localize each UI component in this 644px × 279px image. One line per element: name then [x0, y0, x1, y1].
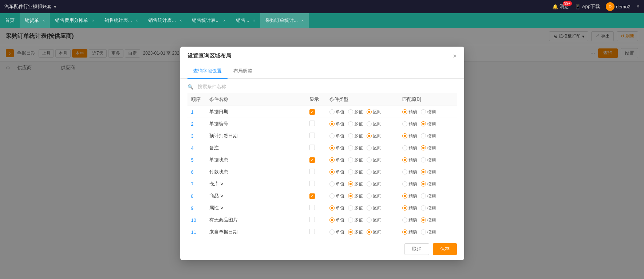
- tab-purchase[interactable]: 采购订单统计... ×: [260, 13, 309, 28]
- type-range-radio[interactable]: 区间: [367, 193, 382, 199]
- tab-home[interactable]: 首页: [0, 13, 20, 28]
- tab-3[interactable]: 销售统计表... ×: [99, 13, 143, 28]
- tab-sales-fee-close[interactable]: ×: [92, 18, 94, 23]
- match-fuzzy-radio[interactable]: 模糊: [421, 169, 436, 175]
- match-fuzzy-radio[interactable]: 模糊: [421, 109, 436, 115]
- type-multi-radio[interactable]: 多值: [348, 157, 363, 163]
- display-checkbox[interactable]: [309, 157, 315, 163]
- match-fuzzy-radio[interactable]: 模糊: [421, 181, 436, 187]
- type-multi-radio[interactable]: 多值: [348, 109, 363, 115]
- page-content: 采购订单统计表(按供应商) 🖨 按模板打印 ▾ ↗ 导出 ↺ 刷新 › 单据日期…: [0, 28, 644, 279]
- tabbar: 首页 销货单 × 销售费用分摊单 × 销售统计表... × 销售统计表... ×…: [0, 13, 644, 28]
- app-download-btn[interactable]: 📱 App下载: [575, 3, 600, 10]
- cancel-button[interactable]: 取消: [404, 243, 429, 255]
- display-checkbox[interactable]: [309, 109, 315, 115]
- type-range-radio[interactable]: 区间: [367, 145, 382, 151]
- tab-5[interactable]: 销售统计表... ×: [187, 13, 230, 28]
- dialog-tabs: 查询字段设置 布局调整: [180, 64, 464, 79]
- tab-4[interactable]: 销售统计表... ×: [143, 13, 187, 28]
- radio-circle: [402, 205, 407, 211]
- radio-circle: [421, 193, 426, 199]
- type-single-radio[interactable]: 单值: [329, 217, 344, 223]
- display-checkbox[interactable]: [309, 133, 315, 138]
- match-precise-radio[interactable]: 精确: [402, 205, 417, 211]
- row-name: 付款状态: [206, 166, 306, 178]
- type-single-radio[interactable]: 单值: [329, 229, 344, 235]
- dialog-tab-layout[interactable]: 布局调整: [228, 64, 258, 79]
- row-order: 4: [187, 142, 206, 154]
- display-checkbox[interactable]: [309, 217, 315, 222]
- match-precise-radio[interactable]: 精确: [402, 133, 417, 139]
- display-checkbox[interactable]: [309, 121, 315, 126]
- type-multi-radio[interactable]: 多值: [348, 229, 363, 235]
- display-checkbox[interactable]: [309, 193, 315, 199]
- tab-sales[interactable]: 销货单 ×: [20, 13, 50, 28]
- type-multi-radio[interactable]: 多值: [348, 193, 363, 199]
- match-fuzzy-radio[interactable]: 模糊: [421, 193, 436, 199]
- user-avatar[interactable]: D demo2: [606, 2, 631, 11]
- type-multi-radio[interactable]: 多值: [348, 133, 363, 139]
- match-fuzzy-radio[interactable]: 模糊: [421, 133, 436, 139]
- match-precise-radio[interactable]: 精确: [402, 193, 417, 199]
- dialog-tab-query[interactable]: 查询字段设置: [187, 64, 228, 79]
- type-range-radio[interactable]: 区间: [367, 109, 382, 115]
- match-precise-radio[interactable]: 精确: [402, 157, 417, 163]
- match-precise-radio[interactable]: 精确: [402, 169, 417, 175]
- type-single-radio[interactable]: 单值: [329, 169, 344, 175]
- type-range-radio[interactable]: 区间: [367, 121, 382, 127]
- match-precise-radio[interactable]: 精确: [402, 121, 417, 127]
- type-single-radio[interactable]: 单值: [329, 109, 344, 115]
- type-multi-radio[interactable]: 多值: [348, 205, 363, 211]
- notification-btn[interactable]: 🔔 消息 99+: [552, 3, 569, 10]
- type-range-radio[interactable]: 区间: [367, 157, 382, 163]
- match-fuzzy-radio[interactable]: 模糊: [421, 157, 436, 163]
- match-fuzzy-radio[interactable]: 模糊: [421, 217, 436, 223]
- display-checkbox[interactable]: [309, 229, 315, 234]
- match-fuzzy-radio[interactable]: 模糊: [421, 145, 436, 151]
- type-single-radio[interactable]: 单值: [329, 145, 344, 151]
- col-order: 顺序: [187, 93, 206, 106]
- radio-circle: [348, 169, 353, 174]
- match-fuzzy-radio[interactable]: 模糊: [421, 205, 436, 211]
- type-multi-radio[interactable]: 多值: [348, 145, 363, 151]
- type-single-radio[interactable]: 单值: [329, 157, 344, 163]
- match-precise-radio[interactable]: 精确: [402, 145, 417, 151]
- type-range-radio[interactable]: 区间: [367, 133, 382, 139]
- type-single-radio[interactable]: 单值: [329, 205, 344, 211]
- type-single-radio[interactable]: 单值: [329, 193, 344, 199]
- type-range-radio[interactable]: 区间: [367, 205, 382, 211]
- display-checkbox[interactable]: [309, 145, 315, 150]
- topbar-close-btn[interactable]: ×: [636, 3, 640, 10]
- type-multi-radio[interactable]: 多值: [348, 181, 363, 187]
- match-precise-radio[interactable]: 精确: [402, 229, 417, 235]
- display-checkbox[interactable]: [309, 181, 315, 186]
- match-precise-radio[interactable]: 精确: [402, 217, 417, 223]
- type-multi-radio[interactable]: 多值: [348, 169, 363, 175]
- type-multi-radio[interactable]: 多值: [348, 217, 363, 223]
- dialog-search-area: 🔍: [180, 79, 464, 93]
- type-multi-radio[interactable]: 多值: [348, 121, 363, 127]
- match-fuzzy-radio[interactable]: 模糊: [421, 229, 436, 235]
- type-single-radio[interactable]: 单值: [329, 181, 344, 187]
- type-single-radio[interactable]: 单值: [329, 133, 344, 139]
- type-range-radio[interactable]: 区间: [367, 229, 382, 235]
- col-type: 条件类型: [326, 93, 399, 106]
- type-range-radio[interactable]: 区间: [367, 181, 382, 187]
- tab-sales-close[interactable]: ×: [43, 18, 45, 23]
- search-input[interactable]: [195, 82, 261, 91]
- tab-sales-fee[interactable]: 销售费用分摊单 ×: [50, 13, 99, 28]
- match-precise-radio[interactable]: 精确: [402, 109, 417, 115]
- type-range-radio[interactable]: 区间: [367, 217, 382, 223]
- radio-circle: [348, 205, 353, 211]
- row-name: 单据编号: [206, 118, 306, 130]
- display-checkbox[interactable]: [309, 169, 315, 174]
- match-precise-radio[interactable]: 精确: [402, 181, 417, 187]
- display-checkbox[interactable]: [309, 205, 315, 210]
- type-range-radio[interactable]: 区间: [367, 169, 382, 175]
- type-single-radio[interactable]: 单值: [329, 121, 344, 127]
- match-fuzzy-radio[interactable]: 模糊: [421, 121, 436, 127]
- dropdown-icon[interactable]: ▾: [54, 4, 56, 9]
- save-button[interactable]: 保存: [433, 243, 457, 255]
- tab-6[interactable]: 销售... ×: [231, 13, 260, 28]
- dialog-close-btn[interactable]: ×: [453, 53, 457, 59]
